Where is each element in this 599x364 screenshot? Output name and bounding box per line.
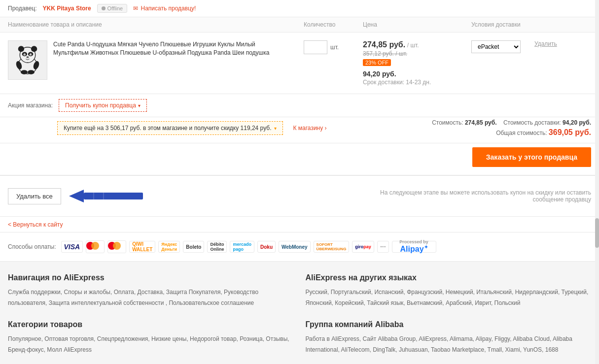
footer-languages-links: Русский, Португальский, Испанский, Франц… xyxy=(306,287,592,308)
qty-unit: шт. xyxy=(330,44,339,51)
sofort-icon: SOFORTÜBERWEISUNG xyxy=(314,241,350,253)
qty-cell: 1 шт. xyxy=(304,40,363,54)
doku-icon: Doku xyxy=(257,241,276,253)
svg-rect-15 xyxy=(84,193,143,199)
payment-label: Способы оплаты: xyxy=(8,243,56,250)
delete-item-button[interactable]: Удалить xyxy=(534,40,557,47)
shipping-cost-label: Стоимость доставки: xyxy=(503,119,561,126)
back-link[interactable]: < Вернуться к сайту xyxy=(8,221,63,228)
footer-nav-links: Служба поддержки, Споры и жалобы, Оплата… xyxy=(8,287,294,308)
boleto-icon: Boleto xyxy=(183,241,204,253)
offline-dot xyxy=(102,6,106,10)
arrow-indicator xyxy=(69,184,158,208)
footer-nav-section: Навигация по AliExpress Служба поддержки… xyxy=(8,273,294,308)
giropay-icon: giropay xyxy=(352,241,374,253)
discount-badge: 23% OFF xyxy=(363,59,391,66)
price-per: / шт. xyxy=(407,42,419,49)
store-link-label: К магазину xyxy=(293,125,323,132)
delete-all-button[interactable]: Удалить все xyxy=(8,188,61,204)
seller-label: Продавец: xyxy=(8,5,37,12)
price-cell: 274,85 руб. / шт. 357,12 руб. / шт. 23% … xyxy=(363,40,471,86)
item-thumbnail xyxy=(8,40,47,80)
envelope-icon: ✉ xyxy=(133,5,138,12)
order-button[interactable]: Заказать у этого продавца xyxy=(472,147,591,167)
footer-alibaba-title: Группа компаний Alibaba xyxy=(306,320,592,329)
payment-section: Способы оплаты: VISA QIWIWALLET ЯндексДе… xyxy=(0,232,599,262)
shipping-delete-cell: ePacket Удалить xyxy=(471,40,591,53)
item-info: Cute Panda U-подушка Мягкая Чучело Плюше… xyxy=(8,40,304,80)
footer-alibaba-links: Работа в AliExpress, Сайт Alibaba Group,… xyxy=(306,334,592,355)
delivery-time-value: 14-23 дн. xyxy=(406,79,431,86)
delivery-label: Срок доставки: xyxy=(363,79,404,86)
alipay-processed-icon: Processed by Alipay✦ xyxy=(392,241,436,253)
promo-row: Акция магазина: Получить купон продавца … xyxy=(0,94,599,117)
store-link-chevron: › xyxy=(325,125,327,132)
total-label: Общая стоимость: xyxy=(496,130,547,136)
qiwi-icon: QIWIWALLET xyxy=(129,241,155,253)
svg-marker-16 xyxy=(69,190,84,202)
coupon-button[interactable]: Получить купон продавца ▾ xyxy=(59,99,147,112)
mastercard2-icon xyxy=(107,240,126,253)
discount-promo-arrow-icon: ▾ xyxy=(274,126,277,131)
scrollbar[interactable] xyxy=(595,0,599,364)
delivery-price: 94,20 руб. xyxy=(363,70,471,78)
coupon-label: Получить купон продавца xyxy=(65,102,136,109)
mercado-pago-icon: mercadopago xyxy=(230,241,254,253)
payment-icons: VISA QIWIWALLET ЯндексДеньги Boleto Débi… xyxy=(61,240,436,253)
scrollbar-thumb[interactable] xyxy=(595,218,599,248)
footer-languages-title: AliExpress на других языках xyxy=(306,273,592,282)
promo-label: Акция магазина: xyxy=(8,102,53,109)
cost-value: 274,85 руб. xyxy=(465,119,497,126)
delivery-time: Срок доставки: 14-23 дн. xyxy=(363,79,471,86)
svg-point-14 xyxy=(28,70,35,74)
svg-point-3 xyxy=(31,46,37,52)
footer-languages-section: AliExpress на других языках Русский, Пор… xyxy=(306,273,592,308)
svg-point-13 xyxy=(21,70,28,74)
footer: Навигация по AliExpress Служба поддержки… xyxy=(0,262,599,364)
price-main: 274,85 руб. xyxy=(363,40,405,49)
footer-nav-title: Навигация по AliExpress xyxy=(8,273,294,282)
back-link-row: < Вернуться к сайту xyxy=(0,217,599,232)
price-old: 357,12 руб. / шт. xyxy=(363,50,471,57)
offline-status: Offline xyxy=(107,5,123,11)
debito-icon: DébitoOnline xyxy=(207,241,227,253)
footer-categories-section: Категории товаров Популярное, Оптовая то… xyxy=(8,320,294,355)
seller-bar: Продавец: YKK Pitaya Store Offline ✉ Нап… xyxy=(0,0,599,17)
yandex-money-icon: ЯндексДеньги xyxy=(158,241,180,253)
footer-alibaba-section: Группа компаний Alibaba Работа в AliExpr… xyxy=(306,320,592,355)
total-value: 369,05 руб. xyxy=(549,128,591,136)
shipping-cost-value: 94,20 руб. xyxy=(563,119,591,126)
cost-line: Стоимость: 274,85 руб. Стоимость доставк… xyxy=(432,119,591,126)
header-item-col: Наименование товара и описание xyxy=(8,21,304,28)
cart-header: Наименование товара и описание Количеств… xyxy=(0,17,599,33)
delete-all-area: Удалить все xyxy=(8,184,158,208)
seller-name: YKK Pitaya Store xyxy=(43,5,91,12)
discount-promo-banner[interactable]: Купите ещё на 3 506,17 руб. в этом магаз… xyxy=(57,121,283,135)
store-link[interactable]: К магазину › xyxy=(293,125,326,132)
cart-item-row: Cute Panda U-подушка Мягкая Чучело Плюше… xyxy=(0,33,599,94)
header-price-col: Цена xyxy=(363,21,471,28)
arrow-svg xyxy=(69,184,158,208)
discount-promo-text: Купите ещё на 3 506,17 руб. в этом магаз… xyxy=(64,125,271,132)
cost-label: Стоимость: xyxy=(432,119,463,126)
next-step-hint: На следующем этапе вы можете использоват… xyxy=(369,189,591,203)
discount-promo-row: Купите ещё на 3 506,17 руб. в этом магаз… xyxy=(0,117,599,143)
item-title: Cute Panda U-подушка Мягкая Чучело Плюше… xyxy=(53,40,290,80)
panda-image xyxy=(10,43,45,77)
footer-categories-links: Популярное, Оптовая торговля, Спецпредло… xyxy=(8,334,294,355)
write-seller-link[interactable]: ✉ Написать продавцу! xyxy=(133,5,196,12)
svg-point-10 xyxy=(26,56,29,58)
qty-input[interactable]: 1 xyxy=(304,40,327,54)
header-qty-col: Количество xyxy=(304,21,363,28)
bottom-actions: Удалить все На следующем этапе вы можете… xyxy=(0,175,599,217)
offline-badge: Offline xyxy=(97,4,128,13)
footer-categories-title: Категории товаров xyxy=(8,320,294,329)
write-seller-label: Написать продавцу! xyxy=(141,5,196,12)
svg-point-8 xyxy=(24,54,25,55)
coupon-arrow-icon: ▾ xyxy=(138,103,141,108)
mastercard-icon xyxy=(86,240,105,253)
more-payment-icon: ··· xyxy=(377,241,389,253)
shipping-select[interactable]: ePacket xyxy=(471,40,521,53)
svg-point-9 xyxy=(31,54,32,55)
visa-icon: VISA xyxy=(61,241,83,253)
